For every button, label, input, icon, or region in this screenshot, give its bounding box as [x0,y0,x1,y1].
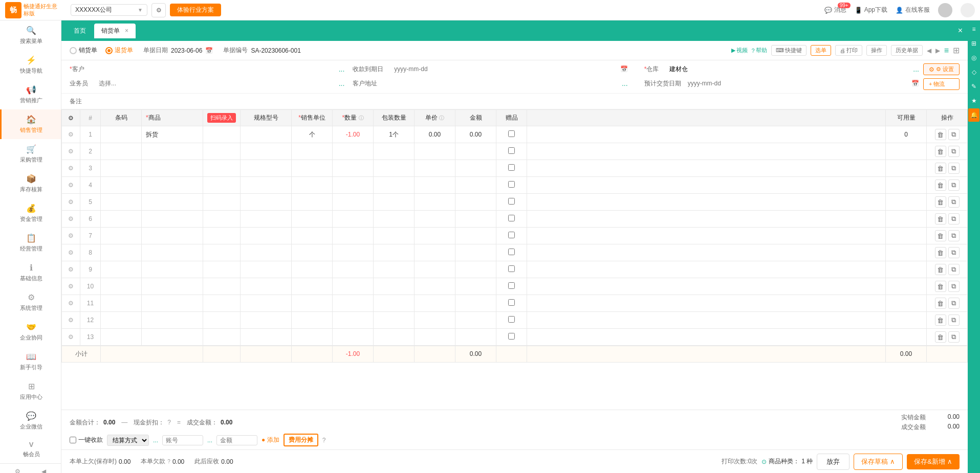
row-unit-7[interactable] [292,244,333,261]
row-copy-btn-6[interactable]: ⧉ [948,230,960,241]
row-product-8[interactable] [142,261,203,278]
account-input[interactable] [162,435,203,445]
row-product-0[interactable]: 拆货 [142,126,203,143]
row-price-6[interactable] [415,228,455,244]
expected-date-calendar-icon[interactable]: 📅 [911,80,919,87]
row-qty-1[interactable] [333,143,374,160]
row-amount-11[interactable] [455,312,496,329]
row-product-6[interactable] [142,228,203,244]
row-spec-1[interactable] [241,143,292,160]
history-button[interactable]: 历史单据 [891,45,923,56]
row-pkgqty-9[interactable] [374,278,415,295]
row-pkgqty-0[interactable]: 1个 [374,126,415,143]
row-unit-0[interactable]: 个 [292,126,333,143]
row-gift-4[interactable] [496,194,527,211]
product-type-radio-icon[interactable]: ⊙ [761,458,767,465]
row-unit-10[interactable] [292,295,333,312]
row-price-7[interactable] [415,244,455,261]
row-delete-btn-6[interactable]: 🗑 [935,230,946,241]
row-unit-9[interactable] [292,278,333,295]
row-settings-12[interactable]: ⚙ [62,329,80,346]
view-grid-icon[interactable]: ⊞ [953,46,960,55]
row-qty-9[interactable] [333,278,374,295]
sidebar-item-appcenter[interactable]: ⊞ 应用中心 [0,376,61,406]
row-qty-10[interactable] [333,295,374,312]
row-gift-10[interactable] [496,295,527,312]
row-gift-11[interactable] [496,312,527,329]
customer-addr-input[interactable] [390,78,619,89]
row-price-9[interactable] [415,278,455,295]
row-qty-7[interactable] [333,244,374,261]
sidebar-item-sales[interactable]: 🏠 销售管理 [0,109,61,139]
avatar-extra[interactable] [961,3,975,17]
row-barcode-0[interactable] [101,126,142,143]
row-gift-checkbox-11[interactable] [508,316,515,323]
message-group[interactable]: 💬 消息 99+ [824,6,846,14]
row-gift-checkbox-12[interactable] [508,333,515,340]
row-qty-4[interactable] [333,194,374,211]
row-gift-checkbox-0[interactable] [508,130,515,137]
rs-btn-7[interactable]: 🔔 [968,108,979,122]
select-order-button[interactable]: 选单 [811,45,831,56]
row-settings-0[interactable]: ⚙ [62,126,80,143]
row-product-12[interactable] [142,329,203,346]
row-settings-9[interactable]: ⚙ [62,278,80,295]
row-qty-2[interactable] [333,160,374,177]
sidebar-item-guide[interactable]: 📖 新手引导 [0,347,61,376]
warehouse-input[interactable] [666,63,910,75]
customer-input[interactable] [95,63,336,75]
row-delete-btn-0[interactable]: 🗑 [935,129,946,140]
row-barcode-8[interactable] [101,261,142,278]
row-gift-8[interactable] [496,261,527,278]
radio-return[interactable]: 退货单 [105,46,133,55]
row-amount-1[interactable] [455,143,496,160]
row-copy-btn-12[interactable]: ⧉ [948,331,960,343]
row-spec-10[interactable] [241,295,292,312]
row-barcode-4[interactable] [101,194,142,211]
sidebar-item-shortcut[interactable]: ⚡ 快捷导航 [0,50,61,80]
expected-date-input[interactable] [684,78,908,89]
row-barcode-11[interactable] [101,312,142,329]
payment-method-select[interactable]: 结算方式 [107,435,149,446]
row-unit-2[interactable] [292,160,333,177]
row-price-12[interactable] [415,329,455,346]
row-spec-11[interactable] [241,312,292,329]
amount-input[interactable] [216,435,257,445]
row-barcode-1[interactable] [101,143,142,160]
row-price-10[interactable] [415,295,455,312]
add-payment-button[interactable]: ● 添加 [262,436,279,444]
row-gift-5[interactable] [496,211,527,228]
row-barcode-2[interactable] [101,160,142,177]
row-qty-0[interactable]: -1.00 [333,126,374,143]
payment-checkbox[interactable]: 一键收款 [70,436,103,444]
row-amount-12[interactable] [455,329,496,346]
due-date-input[interactable] [390,63,617,75]
row-pkgqty-11[interactable] [374,312,415,329]
row-gift-2[interactable] [496,160,527,177]
company-selector[interactable]: XXXXXX公司 ▼ [71,4,147,16]
salesman-input[interactable] [95,78,336,89]
row-spec-7[interactable] [241,244,292,261]
row-spec-6[interactable] [241,228,292,244]
row-product-11[interactable] [142,312,203,329]
row-delete-btn-11[interactable]: 🗑 [935,314,946,326]
sidebar-settings-icon[interactable]: ⚙ [15,468,20,473]
row-price-5[interactable] [415,211,455,228]
form-settings-button[interactable]: ⚙ ⚙ 设置 [923,63,960,75]
row-delete-btn-1[interactable]: 🗑 [935,146,946,157]
row-amount-2[interactable] [455,160,496,177]
payment-method-dots[interactable]: ... [153,437,158,444]
sidebar-item-basic[interactable]: ℹ 基础信息 [0,258,61,287]
row-pkgqty-6[interactable] [374,228,415,244]
row-spec-12[interactable] [241,329,292,346]
row-price-3[interactable] [415,177,455,194]
sidebar-item-wechat[interactable]: 💬 企业微信 [0,406,61,436]
row-settings-4[interactable]: ⚙ [62,194,80,211]
row-copy-btn-7[interactable]: ⧉ [948,247,960,258]
row-gift-checkbox-2[interactable] [508,164,515,171]
row-qty-3[interactable] [333,177,374,194]
row-delete-btn-3[interactable]: 🗑 [935,179,946,191]
row-settings-5[interactable]: ⚙ [62,211,80,228]
sidebar-collapse-icon[interactable]: ◀ [41,468,46,473]
row-price-8[interactable] [415,261,455,278]
